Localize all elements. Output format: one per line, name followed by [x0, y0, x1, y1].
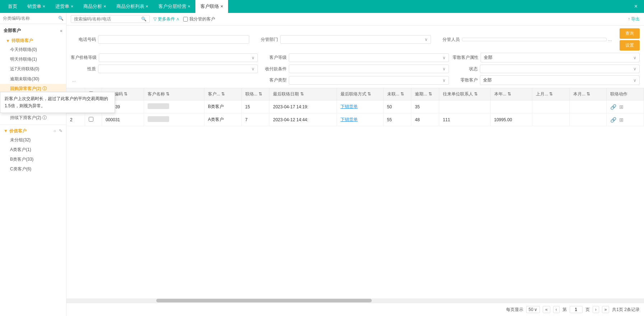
row2-link-icon[interactable]: 🔗	[610, 117, 616, 123]
sidebar-item-class-c[interactable]: C类客户(6)	[0, 164, 66, 174]
search-icon[interactable]: 🔍	[141, 16, 147, 22]
nav-product-analysis[interactable]: 商品分析 ×	[78, 0, 111, 13]
close-button[interactable]: ×	[631, 3, 641, 10]
nav-home[interactable]: 首页	[3, 0, 22, 13]
row1-year-amount	[490, 100, 532, 113]
row2-unlisted: 55	[383, 113, 411, 126]
sidebar-item-today-pending[interactable]: 今天待联络(0)	[0, 45, 66, 55]
total-pages-label: 页	[585, 307, 590, 313]
person-select[interactable]	[462, 38, 607, 41]
settings-button[interactable]: 设置	[620, 40, 640, 51]
sidebar-item-class-b[interactable]: B类客户(33)	[0, 155, 66, 164]
retail-attr-select[interactable]: 全部 ∨	[481, 53, 640, 62]
col-date-sort-icon[interactable]: ⇅	[300, 91, 304, 96]
horizontal-scrollbar[interactable]	[66, 298, 644, 303]
row2-grid-icon[interactable]: ⊞	[619, 117, 624, 123]
value-section-arrow2-icon[interactable]: ○	[54, 128, 56, 133]
col-overdue-sort-icon[interactable]: ⇅	[428, 91, 432, 96]
customer-type-caret-icon: ∨	[443, 78, 446, 83]
col-action: 联络动作	[607, 88, 644, 100]
row2-checkbox-input[interactable]	[89, 117, 93, 122]
pending-section-title[interactable]: ▼ 待联络客户	[0, 36, 66, 45]
search-input[interactable]	[74, 16, 141, 22]
person-dots-button[interactable]: ...	[607, 37, 613, 42]
col-name-sort-icon[interactable]: ⇅	[166, 91, 170, 96]
customer-level-select[interactable]: ∨	[289, 53, 449, 62]
phone-input[interactable]	[98, 35, 249, 44]
col-this-month: 本月... ⇅	[569, 88, 607, 100]
advanced-filter: 电话号码 分管部门 ∨ 分管人员 ...	[66, 25, 644, 88]
row2-unit-contact: 111	[439, 113, 490, 126]
nature-select[interactable]: ∨	[98, 65, 258, 73]
nav-customer-segmentation[interactable]: 客户分层经营 ×	[153, 0, 195, 13]
query-button[interactable]: 查询	[620, 28, 640, 39]
col-contact-sort-icon[interactable]: ⇅	[259, 91, 262, 96]
col-customer-type-sort-icon[interactable]: ⇅	[221, 91, 225, 96]
sidebar-item-unclassified[interactable]: 未分组(32)	[0, 135, 66, 145]
sidebar-item-tomorrow-pending[interactable]: 明天待联络(1)	[0, 55, 66, 64]
status-select[interactable]: ∨	[480, 65, 640, 73]
col-contact-count: 联络... ⇅	[241, 88, 269, 100]
status-label: 状态	[453, 66, 478, 72]
col-unit-sort-icon[interactable]: ⇅	[474, 91, 478, 96]
nature-caret-icon: ∨	[251, 66, 255, 71]
col-this-month-sort-icon[interactable]: ⇅	[587, 91, 590, 96]
sidebar-item-7day-pending[interactable]: 近7天待联络(0)	[0, 64, 66, 74]
col-method-sort-icon[interactable]: ⇅	[367, 91, 371, 96]
sidebar-item-class-a[interactable]: A类客户(1)	[0, 145, 66, 155]
row1-unlisted: 50	[383, 100, 411, 113]
sidebar: 🔍 全部客户 « ▼ 待联络客户 今天待联络(0) 明天待联络(1) 近7天待联…	[0, 13, 66, 316]
sidebar-search-icon[interactable]: 🔍	[58, 16, 64, 21]
next-page-button[interactable]: ›	[593, 306, 599, 313]
dept-caret-icon: ∨	[425, 37, 428, 42]
col-last-month-sort-icon[interactable]: ⇅	[549, 91, 553, 96]
col-year-sort-icon[interactable]: ⇅	[508, 91, 511, 96]
row2-num: 2	[66, 113, 85, 126]
row2-checkbox	[85, 113, 102, 126]
col-unlisted-sort-icon[interactable]: ⇅	[400, 91, 404, 96]
payment-select[interactable]: ∨	[289, 65, 449, 73]
row2-method-link[interactable]: 下销货单	[340, 117, 358, 122]
export-button[interactable]: ↑ 导出	[628, 16, 640, 22]
my-customers-checkbox[interactable]: 我分管的客户	[183, 16, 215, 22]
top-navigation: 首页 销货单 × 进货单 × 商品分析 × 商品分析列表 × 客户分层经营 × …	[0, 0, 644, 13]
row2-contact-count: 7	[241, 113, 269, 126]
all-customers-header[interactable]: 全部客户 «	[0, 25, 66, 36]
last-page-button[interactable]: »	[602, 306, 610, 313]
prev-page-button[interactable]: ‹	[553, 306, 560, 313]
more-conditions-label: 更多条件 ∧	[158, 16, 180, 22]
retail-customer-select[interactable]: 全部 ∨	[480, 75, 640, 85]
row1-link-icon[interactable]: 🔗	[610, 104, 616, 110]
row4-dots-button[interactable]: ...	[71, 78, 77, 83]
adv-field-dept: 分管部门 ∨	[253, 35, 431, 44]
row1-customer-type: B类客户	[204, 100, 241, 113]
first-page-button[interactable]: «	[543, 306, 550, 313]
my-customers-checkbox-input[interactable]	[183, 17, 188, 22]
nav-customer-contact[interactable]: 客户联络 ×	[195, 0, 228, 13]
sidebar-item-declining-customers[interactable]: 持续下滑客户(2) ⓘ	[0, 113, 66, 123]
nav-sales[interactable]: 销货单 ×	[22, 0, 50, 13]
filter-bar: 🔍 ▽ 更多条件 ∧ 我分管的客户 ↑ 导出	[66, 13, 644, 25]
main-layout: 🔍 全部客户 « ▼ 待联络客户 今天待联络(0) 明天待联络(1) 近7天待联…	[0, 13, 644, 316]
price-level-select[interactable]: ∨	[99, 53, 258, 62]
dept-select[interactable]: ∨	[280, 35, 431, 44]
per-page-caret-icon: ∨	[534, 307, 537, 312]
per-page-label: 每页显示	[506, 307, 523, 313]
scroll-thumb[interactable]	[156, 299, 372, 302]
value-section-edit-icon[interactable]: ✎	[59, 128, 62, 133]
collapse-icon[interactable]: «	[60, 28, 62, 33]
row2-code: 000031	[102, 113, 144, 126]
nav-purchase[interactable]: 进货单 ×	[50, 0, 78, 13]
sidebar-item-overdue-pending[interactable]: 逾期未联络(30)	[0, 74, 66, 84]
per-page-select[interactable]: 50 ∨	[526, 306, 540, 313]
nav-product-list[interactable]: 商品分析列表 ×	[111, 0, 153, 13]
row1-method-link[interactable]: 下销货单	[340, 104, 358, 109]
col-code-sort-icon[interactable]: ⇅	[124, 91, 128, 96]
row2-name	[144, 113, 204, 126]
table-row: 2 000031 A类客户 7 2023-04-12 14:44: 下销货单 5…	[66, 113, 644, 126]
page-number-input[interactable]	[570, 306, 583, 313]
row1-grid-icon[interactable]: ⊞	[619, 104, 624, 110]
sidebar-search-input[interactable]	[3, 16, 57, 21]
more-conditions-button[interactable]: ▽ 更多条件 ∧	[153, 16, 180, 22]
customer-type-select[interactable]: ∨	[289, 76, 449, 85]
